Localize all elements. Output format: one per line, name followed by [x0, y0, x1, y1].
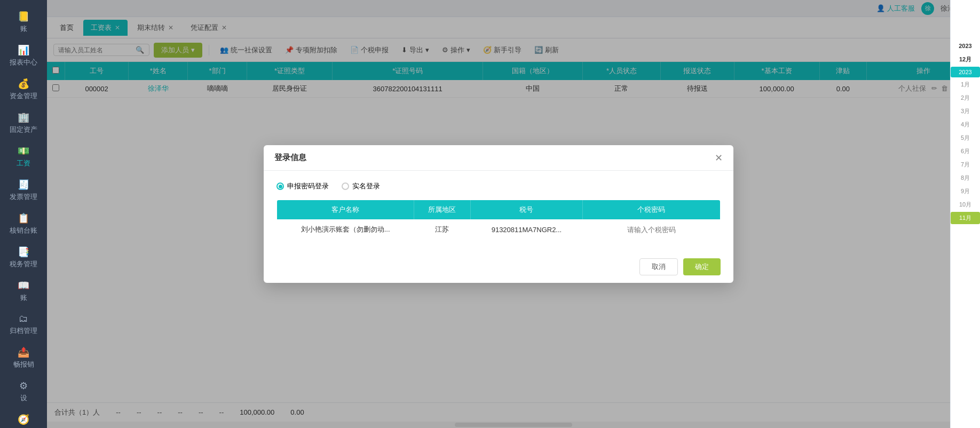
- sidebar-item-report-center[interactable]: 📊 报表中心: [0, 39, 47, 73]
- modal-overlay: 登录信息 ✕ 申报密码登录 实名登录 客户名称 所属地区: [47, 0, 950, 428]
- report-center-icon: 📊: [0, 44, 47, 56]
- mth-name: 客户名称: [277, 200, 414, 220]
- sidebar-item-tax[interactable]: 📑 税务管理: [0, 241, 47, 274]
- cal-2023[interactable]: 2023: [951, 67, 980, 77]
- right-calendar: 2023 12月 2023 1月 2月 3月 4月 5月 6月 7月 8月 9月…: [950, 0, 980, 428]
- sidebar-item-capital-mgmt[interactable]: 💰 资金管理: [0, 73, 47, 106]
- cal-9[interactable]: 9月: [951, 185, 980, 197]
- cancel-button[interactable]: 取消: [639, 258, 678, 275]
- cal-6[interactable]: 6月: [951, 145, 980, 157]
- cal-2[interactable]: 2月: [951, 92, 980, 104]
- cal-7[interactable]: 7月: [951, 158, 980, 171]
- cal-3[interactable]: 3月: [951, 105, 980, 117]
- cal-8[interactable]: 8月: [951, 172, 980, 184]
- sidebar-item-payroll[interactable]: 💵 工资: [0, 140, 47, 173]
- sidebar-item-file-mgmt[interactable]: 🗂 归档管理: [0, 308, 47, 341]
- modal-table-header: 客户名称 所属地区 税号 个税密码: [277, 200, 721, 220]
- radio-password-login[interactable]: 申报密码登录: [276, 181, 329, 191]
- mth-taxno: 税号: [471, 200, 583, 220]
- login-type-radio-group: 申报密码登录 实名登录: [276, 181, 721, 191]
- modal-table-row: 刘小艳演示账套（勿删勿动... 江苏 91320811MA7NGR2...: [277, 219, 721, 240]
- mc-name: 刘小艳演示账套（勿删勿动...: [277, 219, 414, 240]
- accounting-icon: 📒: [0, 11, 47, 22]
- tax-icon: 📑: [0, 246, 47, 258]
- capital-icon: 💰: [0, 78, 47, 90]
- cal-11[interactable]: 11月: [951, 212, 980, 224]
- mc-region: 江苏: [414, 219, 470, 240]
- tax-password-input[interactable]: [590, 226, 713, 234]
- sidebar-item-smooth-tax[interactable]: 📤 畅报销: [0, 341, 47, 375]
- smooth-icon: 📤: [0, 346, 47, 358]
- radio-realname-login[interactable]: 实名登录: [342, 181, 380, 191]
- guide-icon: 🧭: [0, 414, 47, 425]
- cal-10[interactable]: 10月: [951, 199, 980, 211]
- payroll-icon: 💵: [0, 145, 47, 157]
- mc-taxno: 91320811MA7NGR2...: [471, 219, 583, 240]
- file-icon: 🗂: [0, 313, 47, 324]
- reconcile-icon: 📋: [0, 212, 47, 224]
- cal-4[interactable]: 4月: [951, 118, 980, 131]
- modal-title: 登录信息: [274, 153, 306, 163]
- sidebar-item-ledger[interactable]: 📖 账: [0, 274, 47, 308]
- modal-header: 登录信息 ✕: [264, 145, 733, 171]
- mth-region: 所属地区: [414, 200, 470, 220]
- confirm-button[interactable]: 确定: [683, 258, 721, 275]
- sidebar: 📒 账 📊 报表中心 💰 资金管理 🏢 固定资产 💵 工资 🧾 发票管理 📋 核…: [0, 0, 47, 428]
- modal-body: 申报密码登录 实名登录 客户名称 所属地区 税号 个税密码: [264, 171, 733, 251]
- sidebar-item-reconcile[interactable]: 📋 核销台账: [0, 207, 47, 241]
- login-info-modal: 登录信息 ✕ 申报密码登录 实名登录 客户名称 所属地区: [264, 145, 733, 283]
- sidebar-item-invoice[interactable]: 🧾 发票管理: [0, 173, 47, 207]
- invoice-icon: 🧾: [0, 179, 47, 191]
- modal-close-button[interactable]: ✕: [715, 153, 723, 163]
- ledger-icon: 📖: [0, 280, 47, 291]
- settings-icon: ⚙: [0, 380, 47, 392]
- cal-12[interactable]: 12月: [951, 53, 980, 66]
- cal-1[interactable]: 1月: [951, 78, 980, 91]
- radio-password-indicator: [276, 183, 284, 190]
- assets-icon: 🏢: [0, 112, 47, 123]
- sidebar-item-accounting[interactable]: 📒 账: [0, 5, 47, 39]
- modal-footer: 取消 确定: [264, 251, 733, 283]
- sidebar-item-settings[interactable]: ⚙ 设: [0, 375, 47, 408]
- sidebar-item-fixed-assets[interactable]: 🏢 固定资产: [0, 106, 47, 140]
- calendar-year: 2023: [959, 43, 971, 49]
- modal-client-table: 客户名称 所属地区 税号 个税密码 刘小艳演示账套（勿删勿动... 江苏 913…: [276, 200, 721, 240]
- mth-password: 个税密码: [582, 200, 720, 220]
- sidebar-item-guide[interactable]: 🧭 新手引导: [0, 408, 47, 428]
- mc-password-cell[interactable]: [582, 219, 720, 240]
- cal-5[interactable]: 5月: [951, 132, 980, 144]
- radio-realname-indicator: [342, 183, 349, 190]
